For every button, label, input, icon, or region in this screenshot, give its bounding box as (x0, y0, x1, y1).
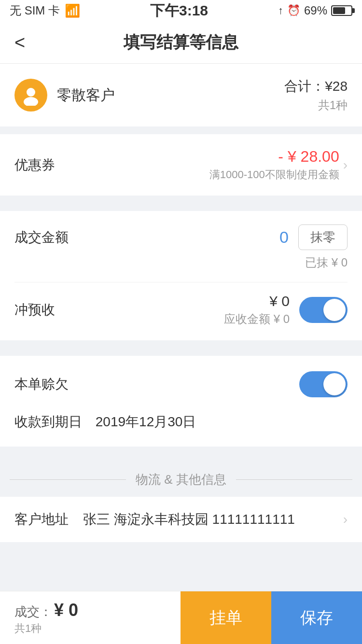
deal-amount-label: 成交金额 (14, 228, 69, 247)
logistics-section: 物流 & 其他信息 (0, 462, 362, 497)
total-amount: 合计：¥28 (284, 77, 348, 96)
address-label: 客户地址 (14, 510, 69, 529)
coupon-info: - ¥ 28.00 满1000-100不限制使用金额 (209, 148, 339, 182)
bottom-deal-row: 成交： ¥ 0 (14, 600, 166, 620)
bottom-deal-label: 成交： (14, 603, 52, 620)
address-value: 张三 海淀永丰科技园 11111111111 (83, 510, 295, 529)
coupon-row[interactable]: 优惠券 - ¥ 28.00 满1000-100不限制使用金额 › (0, 134, 362, 196)
hold-button[interactable]: 挂单 (181, 591, 271, 644)
customer-right: 合计：¥28 共1种 (284, 77, 348, 113)
duedate-row: 收款到期日 2019年12月30日 (0, 413, 362, 447)
customer-card: 零散客户 合计：¥28 共1种 (0, 64, 362, 126)
section-separator-2 (0, 348, 362, 356)
coupon-label: 优惠券 (14, 156, 55, 174)
chevron-right-icon: › (343, 157, 348, 173)
customer-left: 零散客户 (14, 79, 115, 112)
status-left: 无 SIM 卡 📶 (10, 3, 80, 18)
deal-amount-card: 成交金额 0 抹零 已抹 ¥ 0 冲预收 ¥ 0 应收金额 ¥ 0 (0, 211, 362, 340)
divider-left (10, 479, 126, 480)
section-separator-1 (0, 203, 362, 211)
total-count: 共1种 (284, 98, 348, 113)
debt-toggle-knob (323, 373, 346, 395)
prepaid-label: 冲预收 (14, 301, 55, 319)
coupon-desc: 满1000-100不限制使用金额 (209, 168, 339, 182)
duedate-value: 2019年12月30日 (96, 414, 196, 429)
deal-amount-right: 0 抹零 (279, 224, 348, 250)
duedate-label: 收款到期日 (14, 414, 82, 429)
svg-point-1 (24, 97, 38, 106)
svg-point-0 (27, 88, 35, 97)
prepaid-amount-block: ¥ 0 应收金额 ¥ 0 (224, 293, 290, 327)
prepaid-right: ¥ 0 应收金额 ¥ 0 (224, 293, 348, 327)
customer-name: 零散客户 (57, 85, 115, 105)
nav-bar: < 填写结算等信息 (0, 21, 362, 64)
back-button[interactable]: < (14, 33, 25, 52)
prepaid-toggle[interactable] (299, 297, 348, 323)
deal-sub-text: 已抹 ¥ 0 (0, 255, 362, 282)
bottom-bar: 成交： ¥ 0 共1种 挂单 保存 (0, 591, 362, 644)
user-icon (20, 84, 42, 106)
coupon-card[interactable]: 优惠券 - ¥ 28.00 满1000-100不限制使用金额 › (0, 134, 362, 196)
prepaid-receivable: 应收金额 ¥ 0 (224, 311, 290, 327)
location-icon: ↑ (278, 4, 283, 17)
prepaid-row: 冲预收 ¥ 0 应收金额 ¥ 0 (0, 282, 362, 340)
address-chevron-icon: › (343, 512, 348, 527)
toggle-knob (323, 299, 346, 321)
debt-label: 本单赊欠 (14, 375, 69, 393)
address-content: 客户地址 张三 海淀永丰科技园 11111111111 (14, 510, 295, 529)
deal-amount-row: 成交金额 0 抹零 (0, 211, 362, 255)
page-title: 填写结算等信息 (124, 31, 238, 54)
coupon-amount: - ¥ 28.00 (209, 148, 339, 166)
battery-percent: 69% (304, 4, 327, 17)
bottom-deal-count: 共1种 (14, 621, 166, 636)
no-sim-text: 无 SIM 卡 (10, 3, 60, 18)
wifi-icon: 📶 (65, 3, 80, 18)
bottom-left: 成交： ¥ 0 共1种 (0, 600, 181, 636)
status-bar: 无 SIM 卡 📶 下午3:18 ↑ ⏰ 69% (0, 0, 362, 21)
content: 零散客户 合计：¥28 共1种 优惠券 - ¥ 28.00 满1000-100不… (0, 64, 362, 644)
battery-icon (331, 5, 352, 16)
prepaid-amount: ¥ 0 (224, 293, 290, 309)
avatar (14, 79, 47, 112)
section-separator-3 (0, 454, 362, 462)
save-button[interactable]: 保存 (271, 591, 362, 644)
coupon-right: - ¥ 28.00 满1000-100不限制使用金额 › (209, 148, 348, 182)
debt-card: 本单赊欠 收款到期日 2019年12月30日 (0, 356, 362, 447)
logistics-label: 物流 & 其他信息 (136, 471, 226, 488)
address-card[interactable]: 客户地址 张三 海淀永丰科技园 11111111111 › (0, 497, 362, 542)
bottom-buttons: 挂单 保存 (181, 591, 362, 644)
round-button[interactable]: 抹零 (298, 224, 348, 250)
divider-right (236, 479, 352, 480)
deal-amount-value: 0 (279, 228, 289, 247)
alarm-icon: ⏰ (287, 4, 300, 17)
customer-row: 零散客户 合计：¥28 共1种 (0, 64, 362, 126)
status-right: ↑ ⏰ 69% (278, 4, 352, 17)
debt-toggle[interactable] (299, 371, 348, 397)
bottom-deal-amount: ¥ 0 (54, 600, 78, 620)
debt-row: 本单赊欠 (0, 356, 362, 413)
status-time: 下午3:18 (150, 1, 208, 21)
